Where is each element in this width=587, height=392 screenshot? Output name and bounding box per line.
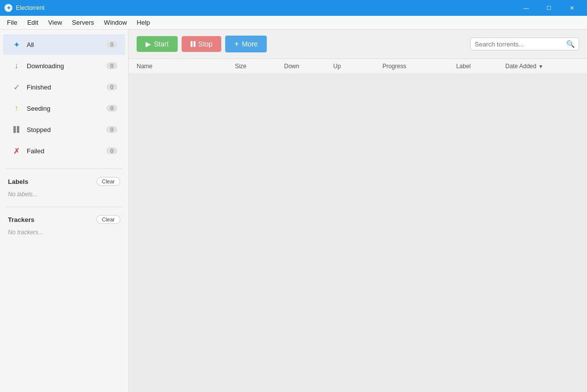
trackers-empty: No trackers... — [0, 226, 128, 242]
sidebar-item-all[interactable]: ✦ All 0 — [3, 34, 125, 55]
svg-text:✦: ✦ — [6, 5, 11, 11]
trackers-clear-button[interactable]: Clear — [97, 215, 120, 224]
seeding-icon: ↑ — [11, 103, 22, 114]
sidebar-label-failed: Failed — [27, 147, 106, 155]
stop-button[interactable]: Stop — [182, 36, 222, 52]
sidebar-item-finished[interactable]: ✓ Finished 0 — [3, 77, 125, 97]
table-empty-area — [129, 74, 587, 321]
plus-icon: + — [234, 40, 239, 48]
more-button[interactable]: + More — [225, 36, 266, 52]
failed-icon: ✗ — [11, 145, 22, 156]
sidebar-count-all: 0 — [106, 41, 117, 48]
sidebar: ✦ All 0 ↓ Downloading 0 ✓ Finished 0 ↑ S… — [0, 30, 129, 392]
sidebar-label-finished: Finished — [27, 84, 106, 91]
sidebar-divider-1 — [6, 169, 122, 169]
sidebar-divider-2 — [6, 207, 122, 207]
finished-icon: ✓ — [11, 82, 22, 92]
sidebar-count-finished: 0 — [106, 84, 117, 90]
stopped-icon — [11, 124, 22, 135]
sidebar-item-stopped[interactable]: Stopped 0 — [3, 119, 125, 140]
play-icon: ▶ — [146, 40, 151, 48]
pause-icon — [191, 41, 196, 47]
close-button[interactable]: ✕ — [560, 0, 583, 16]
sidebar-label-seeding: Seeding — [27, 105, 106, 112]
sidebar-label-stopped: Stopped — [27, 126, 106, 133]
torrent-table: Name Size Down Up Progress Label Date Ad… — [129, 59, 587, 392]
labels-title: Labels — [8, 178, 97, 185]
titlebar: ✦ Electorrent — ☐ ✕ — [0, 0, 587, 16]
sidebar-item-seeding[interactable]: ↑ Seeding 0 — [3, 98, 125, 119]
downloading-icon: ↓ — [11, 60, 22, 71]
content-area: ▶ Start Stop + More 🔍 N — [129, 30, 587, 392]
app-title: Electorrent — [16, 4, 515, 11]
sidebar-count-seeding: 0 — [106, 105, 117, 112]
col-size: Size — [235, 63, 284, 70]
search-box: 🔍 — [470, 38, 579, 50]
window-controls: — ☐ ✕ — [515, 0, 583, 16]
maximize-button[interactable]: ☐ — [538, 0, 560, 16]
labels-clear-button[interactable]: Clear — [97, 177, 120, 186]
menu-servers[interactable]: Servers — [67, 17, 99, 28]
menu-file[interactable]: File — [2, 17, 22, 28]
sidebar-label-all: All — [27, 41, 106, 48]
more-label: More — [242, 40, 258, 48]
start-label: Start — [154, 40, 169, 48]
sidebar-label-downloading: Downloading — [27, 62, 106, 70]
search-input[interactable] — [475, 41, 566, 48]
table-header: Name Size Down Up Progress Label Date Ad… — [129, 59, 587, 74]
trackers-title: Trackers — [8, 216, 97, 223]
menu-help[interactable]: Help — [132, 17, 155, 28]
all-icon: ✦ — [11, 39, 22, 50]
sidebar-count-downloading: 0 — [106, 62, 117, 69]
sort-icon: ▼ — [538, 64, 543, 69]
minimize-button[interactable]: — — [515, 0, 538, 16]
category-section: ✦ All 0 ↓ Downloading 0 ✓ Finished 0 ↑ S… — [0, 30, 128, 166]
trackers-section-header: Trackers Clear — [0, 210, 128, 226]
sidebar-count-stopped: 0 — [106, 126, 117, 133]
stop-label: Stop — [198, 40, 213, 48]
search-icon: 🔍 — [566, 40, 575, 48]
main-layout: ✦ All 0 ↓ Downloading 0 ✓ Finished 0 ↑ S… — [0, 30, 587, 392]
menubar: File Edit View Servers Window Help — [0, 16, 587, 30]
labels-section-header: Labels Clear — [0, 172, 128, 188]
col-down: Down — [284, 63, 333, 70]
app-icon: ✦ — [4, 3, 13, 12]
col-progress: Progress — [383, 63, 456, 70]
col-date: Date Added ▼ — [505, 63, 579, 70]
col-label: Label — [456, 63, 505, 70]
col-up: Up — [333, 63, 382, 70]
sidebar-item-failed[interactable]: ✗ Failed 0 — [3, 140, 125, 161]
sidebar-count-failed: 0 — [106, 147, 117, 154]
start-button[interactable]: ▶ Start — [137, 36, 178, 52]
menu-edit[interactable]: Edit — [22, 17, 43, 28]
toolbar: ▶ Start Stop + More 🔍 — [129, 30, 587, 59]
menu-view[interactable]: View — [43, 17, 67, 28]
sidebar-item-downloading[interactable]: ↓ Downloading 0 — [3, 55, 125, 76]
labels-empty: No labels... — [0, 188, 128, 204]
col-name: Name — [137, 63, 235, 70]
menu-window[interactable]: Window — [99, 17, 132, 28]
